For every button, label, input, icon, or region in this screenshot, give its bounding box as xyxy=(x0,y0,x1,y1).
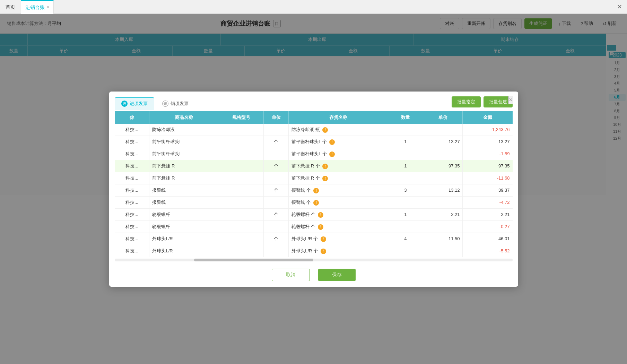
td-inventory: 报警线 个 ! xyxy=(289,184,388,196)
td-unit-price xyxy=(423,172,463,184)
td-amount: -5.52 xyxy=(463,245,513,257)
table-row: 科技... 前平衡杆球头L 个 前平衡杆球头L 个 ! 1 13.27 13.2… xyxy=(115,136,513,148)
td-spec xyxy=(219,172,264,184)
td-unit-price xyxy=(423,148,463,160)
table-row: 科技... 外球头L/R 个 外球头L/R 个 ! 4 11.50 46.01 xyxy=(115,233,513,245)
modal-close-button[interactable]: × xyxy=(508,96,513,104)
td-amount: -0.27 xyxy=(463,220,513,233)
th-spec: 规格型号 xyxy=(219,111,264,124)
td-product: 轮毂螺杆 xyxy=(149,220,219,233)
window-close-btn[interactable]: ✕ xyxy=(612,0,627,14)
td-company: 科技... xyxy=(115,136,149,148)
td-product: 外球头L/R xyxy=(149,233,219,245)
tab-active[interactable]: 进销台账 × xyxy=(21,0,54,14)
table-row: 科技... 轮毂螺杆 轮毂螺杆 个 ! -0.27 xyxy=(115,220,513,233)
invoice-table: 你 商品名称 规格型号 单位 存货名称 数量 单价 金额 科技... 防冻冷却液 xyxy=(115,111,513,257)
scrollbar-thumb[interactable] xyxy=(194,259,313,261)
td-qty: 1 xyxy=(388,208,423,220)
td-company: 科技... xyxy=(115,220,149,233)
td-amount: 46.01 xyxy=(463,233,513,245)
tab-invoice-in[interactable]: 进 进项发票 xyxy=(115,97,154,110)
table-row: 科技... 防冻冷却液 防冻冷却液 瓶 ! -1,243.76 xyxy=(115,124,513,136)
td-unit-price: 11.50 xyxy=(423,233,463,245)
td-qty xyxy=(388,124,423,136)
td-unit: 个 xyxy=(264,160,289,172)
modal-backdrop: × 进 进项发票 销 销项发票 批量指定 xyxy=(0,14,627,364)
td-unit-price xyxy=(423,245,463,257)
table-scrollbar[interactable] xyxy=(115,259,513,261)
td-amount: -1.59 xyxy=(463,148,513,160)
td-unit-price: 2.21 xyxy=(423,208,463,220)
td-spec xyxy=(219,160,264,172)
td-unit xyxy=(264,196,289,208)
th-qty: 数量 xyxy=(388,111,423,124)
warning-icon: ! xyxy=(321,249,326,254)
warning-icon: ! xyxy=(322,127,328,133)
tab-active-label: 进销台账 xyxy=(25,0,45,14)
td-qty: 1 xyxy=(388,136,423,148)
td-unit-price: 97.35 xyxy=(423,160,463,172)
td-product: 前下悬挂 R xyxy=(149,172,219,184)
tab-home[interactable]: 首页 xyxy=(0,0,21,14)
table-row: 科技... 前平衡杆球头L 前平衡杆球头L 个 ! -1.59 xyxy=(115,148,513,160)
save-button[interactable]: 保存 xyxy=(318,269,356,281)
td-company: 科技... xyxy=(115,124,149,136)
warning-icon: ! xyxy=(313,188,319,193)
tab-close-icon[interactable]: × xyxy=(47,0,49,14)
td-product: 外球头L/R xyxy=(149,245,219,257)
td-unit: 个 xyxy=(264,208,289,220)
td-product: 前下悬挂 R xyxy=(149,160,219,172)
td-inventory: 前下悬挂 R 个 ! xyxy=(289,172,388,184)
warning-icon: ! xyxy=(321,236,326,242)
td-company: 科技... xyxy=(115,184,149,196)
td-inventory: 轮毂螺杆 个 ! xyxy=(289,220,388,233)
td-unit-price xyxy=(423,124,463,136)
td-inventory: 前平衡杆球头L 个 ! xyxy=(289,136,388,148)
td-qty: 4 xyxy=(388,233,423,245)
td-product: 报警线 xyxy=(149,184,219,196)
td-unit: 个 xyxy=(264,184,289,196)
td-unit-price: 13.27 xyxy=(423,136,463,148)
td-unit xyxy=(264,245,289,257)
td-product: 轮毂螺杆 xyxy=(149,208,219,220)
td-product: 前平衡杆球头L xyxy=(149,148,219,160)
warning-icon: ! xyxy=(329,139,335,145)
th-amount: 金额 xyxy=(463,111,513,124)
td-qty xyxy=(388,196,423,208)
td-product: 报警线 xyxy=(149,196,219,208)
td-inventory: 前平衡杆球头L 个 ! xyxy=(289,148,388,160)
td-spec xyxy=(219,124,264,136)
tab-invoice-out[interactable]: 销 销项发票 xyxy=(156,97,195,110)
td-amount: -11.68 xyxy=(463,172,513,184)
td-spec xyxy=(219,136,264,148)
td-company: 科技... xyxy=(115,233,149,245)
td-product: 防冻冷却液 xyxy=(149,124,219,136)
batch-assign-button[interactable]: 批量指定 xyxy=(452,96,481,107)
td-inventory: 报警线 个 ! xyxy=(289,196,388,208)
td-inventory: 防冻冷却液 瓶 ! xyxy=(289,124,388,136)
td-unit: 个 xyxy=(264,233,289,245)
td-qty: 1 xyxy=(388,160,423,172)
td-amount: 13.27 xyxy=(463,136,513,148)
table-row: 科技... 外球头L/R 外球头L/R 个 ! -5.52 xyxy=(115,245,513,257)
td-amount: -4.72 xyxy=(463,196,513,208)
table-row: 科技... 前下悬挂 R 个 前下悬挂 R 个 ! 1 97.35 97.35 xyxy=(115,160,513,172)
modal-dialog: × 进 进项发票 销 销项发票 批量指定 xyxy=(109,92,518,287)
tab-in-label: 进项发票 xyxy=(130,101,148,107)
td-inventory: 外球头L/R 个 ! xyxy=(289,233,388,245)
warning-icon: ! xyxy=(318,212,323,218)
th-unit-price: 单价 xyxy=(423,111,463,124)
warning-icon: ! xyxy=(329,151,335,157)
td-spec xyxy=(219,148,264,160)
td-unit xyxy=(264,124,289,136)
td-product: 前平衡杆球头L xyxy=(149,136,219,148)
td-spec xyxy=(219,220,264,233)
th-unit: 单位 xyxy=(264,111,289,124)
table-row: 科技... 报警线 报警线 个 ! -4.72 xyxy=(115,196,513,208)
cancel-button[interactable]: 取消 xyxy=(272,269,310,281)
td-spec xyxy=(219,208,264,220)
th-product: 商品名称 xyxy=(149,111,219,124)
table-row: 科技... 轮毂螺杆 个 轮毂螺杆 个 ! 1 2.21 2.21 xyxy=(115,208,513,220)
td-unit xyxy=(264,148,289,160)
table-row: 科技... 前下悬挂 R 前下悬挂 R 个 ! -11.68 xyxy=(115,172,513,184)
